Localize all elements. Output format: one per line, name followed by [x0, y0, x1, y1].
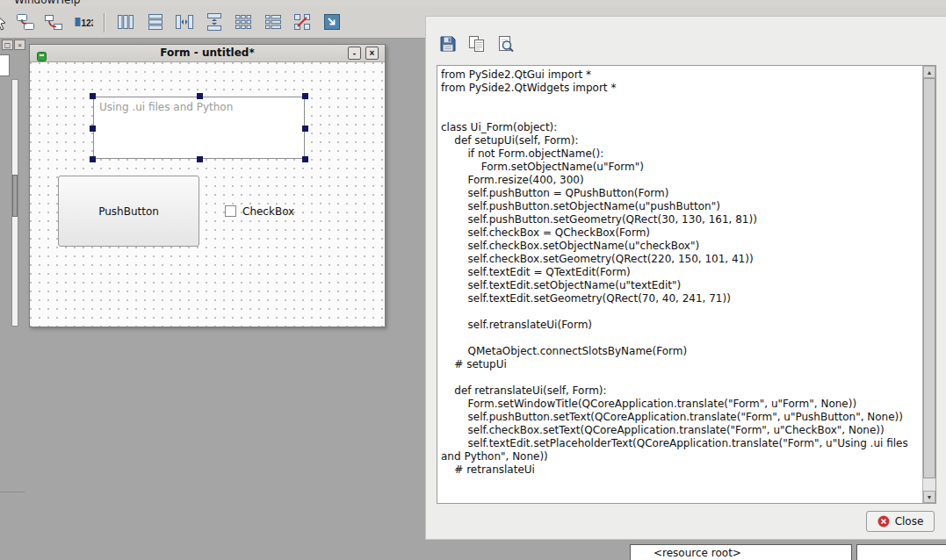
checkbox-indicator[interactable] [225, 205, 236, 217]
close-circle-icon [877, 515, 890, 528]
code-line: QMetaObject.connectSlotsByName(Form) [441, 345, 921, 358]
lay-out-vertically-icon[interactable] [144, 11, 167, 33]
edit-tab-order-icon[interactable]: 123 [72, 11, 95, 33]
code-line: self.retranslateUi(Form) [441, 319, 921, 332]
lay-out-horizontally-in-splitter-icon[interactable] [173, 11, 196, 33]
selection-handle[interactable] [197, 156, 203, 162]
form-designer-window[interactable]: Form - untitled* - × Using .ui files and… [29, 44, 386, 327]
code-line: if not Form.objectName(): [441, 147, 921, 161]
vertical-scrollbar[interactable]: ▲ ▼ [922, 66, 935, 503]
checkbox-widget[interactable]: CheckBox [225, 193, 314, 229]
find-icon[interactable] [495, 32, 517, 55]
lay-out-in-grid-icon[interactable] [232, 11, 255, 33]
code-line: self.textEdit.setObjectName(u"textEdit") [441, 279, 921, 292]
lay-out-horizontally-icon[interactable] [114, 11, 137, 33]
code-line: self.textEdit = QTextEdit(Form) [441, 266, 921, 279]
code-line: Form.setObjectName(u"Form") [441, 161, 921, 174]
code-line: self.checkBox.setObjectName(u"checkBox") [441, 240, 921, 253]
edit-widgets-icon[interactable] [0, 11, 11, 33]
code-editor[interactable]: from PySide2.QtGui import *from PySide2.… [437, 65, 936, 504]
code-line: and Python", None)) [441, 450, 921, 463]
break-layout-icon[interactable] [291, 11, 314, 33]
panel-scrollbar-thumb[interactable] [12, 175, 18, 217]
code-line: def retranslateUi(self, Form): [441, 384, 921, 398]
selection-handle[interactable] [90, 156, 96, 162]
code-line: self.pushButton.setGeometry(QRect(30, 13… [441, 213, 921, 226]
code-line [441, 108, 921, 121]
form-window-title: Form - untitled* [30, 47, 385, 59]
dock-close-button[interactable]: × [14, 39, 25, 50]
code-line: # retranslateUi [441, 463, 921, 477]
resource-panel-fragment [856, 544, 946, 560]
code-line: # setupUi [441, 358, 921, 371]
code-line: self.pushButton = QPushButton(Form) [441, 187, 921, 200]
dialog-close-button[interactable]: Close [866, 511, 935, 532]
code-line: class Ui_Form(object): [441, 121, 921, 134]
scrollbar-thumb[interactable] [923, 78, 935, 478]
scroll-down-icon[interactable]: ▼ [923, 491, 935, 503]
menu-help[interactable]: Help [56, 0, 80, 6]
code-line: from PySide2.QtWidgets import * [441, 82, 921, 95]
code-line: self.textEdit.setPlaceholderText(QCoreAp… [441, 437, 921, 450]
selection-handle[interactable] [90, 126, 96, 132]
menu-window[interactable]: Window [14, 0, 55, 6]
code-line: from PySide2.QtGui import * [441, 68, 921, 82]
qt-designer-screen: Window Help 123 [0, 0, 946, 560]
form-window-titlebar[interactable]: Form - untitled* - × [30, 45, 385, 62]
close-window-button[interactable]: × [365, 47, 379, 60]
code-line [441, 332, 921, 345]
menubar: Window Help [0, 0, 946, 7]
selection-handle[interactable] [197, 93, 203, 99]
dock-float-button[interactable]: ▢ [2, 39, 13, 50]
code-line: self.checkBox = QCheckBox(Form) [441, 226, 921, 240]
pushbutton-widget[interactable]: PushButton [58, 176, 199, 247]
minimize-button[interactable]: - [348, 47, 361, 60]
selection-handle[interactable] [302, 93, 308, 99]
toolbar-separator [104, 13, 105, 32]
lay-out-vertically-in-splitter-icon[interactable] [203, 11, 226, 33]
save-icon[interactable] [437, 32, 459, 55]
code-dialog-toolbar [437, 32, 517, 55]
selection-handle[interactable] [302, 156, 308, 162]
textedit-widget[interactable]: Using .ui files and Python [93, 97, 305, 159]
textedit-selection[interactable]: Using .ui files and Python [93, 97, 305, 159]
form-canvas[interactable]: Using .ui files and Python PushButton Ch… [30, 62, 385, 327]
resource-root-item[interactable]: <resource root> [630, 544, 852, 560]
scroll-up-icon[interactable]: ▲ [923, 66, 935, 78]
code-line [441, 305, 921, 319]
lay-out-in-form-layout-icon[interactable] [262, 11, 285, 33]
dock-divider [0, 492, 25, 492]
code-line: self.checkBox.setGeometry(QRect(220, 150… [441, 253, 921, 266]
code-line: self.pushButton.setText(QCoreApplication… [441, 411, 921, 424]
close-button-label: Close [895, 515, 924, 528]
code-preview-dialog: from PySide2.QtGui import *from PySide2.… [425, 16, 946, 540]
code-line: self.checkBox.setText(QCoreApplication.t… [441, 424, 921, 437]
copy-icon[interactable] [466, 32, 488, 55]
code-line [441, 371, 921, 384]
checkbox-label: CheckBox [242, 205, 294, 218]
code-line: Form.resize(400, 300) [441, 174, 921, 187]
resource-root-label: <resource root> [654, 547, 741, 559]
selection-handle[interactable] [302, 126, 308, 132]
code-text[interactable]: from PySide2.QtGui import *from PySide2.… [441, 68, 921, 501]
edit-signals-slots-icon[interactable] [14, 11, 37, 33]
code-line: def setupUi(self, Form): [441, 134, 921, 147]
code-line: self.textEdit.setGeometry(QRect(70, 40, … [441, 292, 921, 305]
code-line [441, 95, 921, 108]
panel-scrollbar[interactable] [11, 79, 18, 327]
selection-handle[interactable] [90, 93, 96, 99]
edit-buddies-icon[interactable] [42, 11, 65, 33]
svg-text:123: 123 [82, 18, 94, 28]
adjust-size-icon[interactable] [321, 11, 343, 33]
filter-input-fragment[interactable] [0, 54, 10, 76]
code-line: self.pushButton.setObjectName(u"pushButt… [441, 200, 921, 213]
textedit-placeholder: Using .ui files and Python [94, 97, 304, 117]
code-line: Form.setWindowTitle(QCoreApplication.tra… [441, 398, 921, 411]
